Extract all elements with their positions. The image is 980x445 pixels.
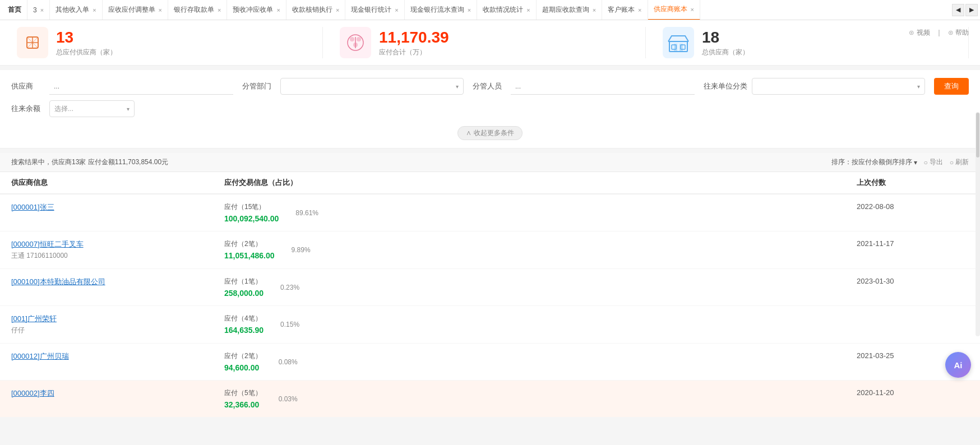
close-icon[interactable]: ×: [395, 7, 398, 13]
collapse-button[interactable]: ∧ 收起更多条件: [457, 126, 522, 140]
supplier-link-5[interactable]: [000002]李四: [11, 388, 224, 398]
supplier-info-0: [000001]张三: [11, 202, 224, 212]
stat-item-payable-total: 11,170.39 应付合计（万）: [323, 27, 646, 58]
nav-tab-receipt-verify[interactable]: 收款核销执行 ×: [286, 0, 345, 20]
supplier-contact-3: 仔仔: [11, 326, 224, 335]
last-pay-2: 2023-01-30: [857, 277, 969, 285]
department-select[interactable]: ▾: [280, 78, 464, 95]
scrollbar[interactable]: [976, 112, 980, 336]
data-table: 供应商信息 应付交易信息（占比） 上次付数 [000001]张三 应付（15笔）…: [0, 172, 980, 418]
close-icon[interactable]: ×: [93, 7, 96, 13]
receipt-verify-label: 收款核销执行: [292, 5, 332, 15]
help-links: ⊙ 视频 ｜ ⊙ 帮助: [909, 28, 969, 38]
nav-arrows: ◀ ▶: [952, 4, 978, 16]
scrollbar-thumb[interactable]: [976, 113, 979, 157]
table-row: [000002]李四 应付（5笔） 32,366.00 0.03% 2020-1…: [0, 381, 980, 418]
separator: ｜: [936, 28, 942, 38]
nav-prev-button[interactable]: ◀: [952, 4, 964, 16]
nav-next-button[interactable]: ▶: [965, 4, 978, 16]
header-transaction: 应付交易信息（占比）: [224, 178, 857, 188]
manager-input[interactable]: [511, 78, 695, 95]
close-icon[interactable]: ×: [691, 6, 694, 13]
tx-amount-4: 94,600.00: [224, 363, 259, 372]
header-last-pay: 上次付数: [857, 178, 969, 188]
nav-tab-other-income[interactable]: 其他收入单 ×: [50, 0, 102, 20]
balance-select[interactable]: 选择... ▾: [49, 100, 135, 117]
export-button[interactable]: ○ 导出: [924, 157, 943, 167]
refresh-button[interactable]: ○ 刷新: [950, 157, 969, 167]
manager-filter-label: 分管人员: [473, 81, 506, 91]
supplier-link-3[interactable]: [001]广州荣轩: [11, 314, 224, 324]
overdue-ar-label: 超期应收款查询: [542, 5, 589, 15]
table-row: [000007]恒旺二手叉车 王通 17106110000 应付（2笔） 11,…: [0, 231, 980, 269]
last-pay-1: 2021-11-17: [857, 239, 969, 248]
close-icon[interactable]: ×: [159, 7, 162, 13]
close-icon[interactable]: ×: [218, 7, 221, 13]
close-icon[interactable]: ×: [638, 7, 641, 13]
filter-item-department: 分管部门 ▾: [242, 78, 464, 95]
header-supplier: 供应商信息: [11, 178, 224, 188]
chevron-down-icon: ▾: [456, 84, 459, 90]
cash-bank-stat-label: 现金银行统计: [351, 5, 391, 15]
supplier-link-0[interactable]: [000001]张三: [11, 202, 224, 212]
nav-tab-cash-bank-stat[interactable]: 现金银行统计 ×: [345, 0, 404, 20]
close-icon[interactable]: ×: [336, 7, 339, 13]
stat-text-suppliers-payable: 13 总应付供应商（家）: [56, 28, 117, 58]
nav-tab-bank-deposit[interactable]: 银行存取款单 ×: [168, 0, 227, 20]
video-link[interactable]: ⊙ 视频: [909, 28, 930, 38]
transaction-info-3: 应付（4笔） 164,635.90 0.15%: [224, 314, 857, 335]
nav-tab-receipt-stat[interactable]: 收款情况统计 ×: [477, 0, 536, 20]
sort-select[interactable]: 排序：按应付余额倒序排序 ▾: [831, 157, 917, 167]
collapse-bar: ∧ 收起更多条件: [11, 123, 969, 142]
supplier-contact-1: 王通 17106110000: [11, 251, 224, 261]
filter-area: 供应商 分管部门 ▾ 分管人员 往来单位分类 ▾ 查询: [0, 70, 980, 149]
close-icon[interactable]: ×: [526, 7, 530, 13]
filter-item-balance: 往来余额 选择... ▾: [11, 100, 135, 117]
category-select[interactable]: ▾: [752, 78, 926, 95]
tx-amount-3: 164,635.90: [224, 326, 264, 335]
supplier-info-4: [000012]广州贝瑞: [11, 351, 224, 361]
stat-text-payable-total: 11,170.39 应付合计（万）: [379, 28, 449, 58]
bank-label: 银行存取款单: [174, 5, 214, 15]
tx-label-1: 应付（2笔）: [224, 239, 275, 249]
supplier-info-2: [000100]本特勤油品有限公司: [11, 277, 224, 287]
transaction-info-0: 应付（15笔） 100,092,540.00 89.61%: [224, 202, 857, 223]
stat-item-suppliers-payable: 13 总应付供应商（家）: [11, 27, 323, 58]
table-row: [000001]张三 应付（15笔） 100,092,540.00 89.61%…: [0, 194, 980, 231]
nav-tab-3[interactable]: 3 ×: [27, 0, 50, 20]
nav-tab-supplier-ledger[interactable]: 供应商账本 ×: [648, 0, 700, 20]
tx-label-0: 应付（15笔）: [224, 202, 279, 212]
refresh-label: 刷新: [955, 157, 969, 167]
search-button[interactable]: 查询: [934, 78, 969, 95]
supplier-info-5: [000002]李四: [11, 388, 224, 398]
supplier-link-1[interactable]: [000007]恒旺二手叉车: [11, 239, 224, 249]
close-icon[interactable]: ×: [468, 7, 471, 13]
chevron-down-icon: ▾: [127, 106, 130, 112]
nav-tab-customer-ledger[interactable]: 客户账本 ×: [602, 0, 648, 20]
nav-tab-home[interactable]: 首页: [2, 0, 27, 20]
transaction-info-4: 应付（2笔） 94,600.00 0.08%: [224, 351, 857, 372]
close-icon[interactable]: ×: [593, 7, 596, 13]
stat-number-suppliers-payable: 13: [56, 28, 117, 47]
customer-ledger-label: 客户账本: [608, 5, 635, 15]
close-icon[interactable]: ×: [276, 7, 280, 13]
tx-amount-5: 32,366.00: [224, 400, 259, 409]
ai-assistant-button[interactable]: Ai: [945, 352, 971, 378]
filter-row-2: 往来余额 选择... ▾: [11, 100, 969, 117]
supplier-link-4[interactable]: [000012]广州贝瑞: [11, 351, 224, 361]
supplier-link-2[interactable]: [000100]本特勤油品有限公司: [11, 277, 224, 287]
supplier-input[interactable]: [49, 78, 233, 95]
filter-item-manager: 分管人员: [473, 78, 695, 95]
svg-rect-10: [669, 41, 687, 52]
ar-ap-label: 应收应付调整单: [108, 5, 155, 15]
help-link[interactable]: ⊙ 帮助: [948, 28, 969, 38]
tx-percent-4: 0.08%: [279, 358, 298, 366]
tx-label-5: 应付（5笔）: [224, 388, 262, 398]
nav-tab-overdue-ar[interactable]: 超期应收款查询 ×: [537, 0, 602, 20]
nav-tab-ar-ap-adjust[interactable]: 应收应付调整单 ×: [103, 0, 168, 20]
home-label: 首页: [8, 5, 21, 15]
stat-icon-wheat: [340, 27, 371, 58]
close-icon[interactable]: ×: [40, 7, 44, 13]
nav-tab-cash-flow[interactable]: 现金银行流水查询 ×: [405, 0, 477, 20]
nav-tab-prepay[interactable]: 预收冲应收单 ×: [227, 0, 286, 20]
